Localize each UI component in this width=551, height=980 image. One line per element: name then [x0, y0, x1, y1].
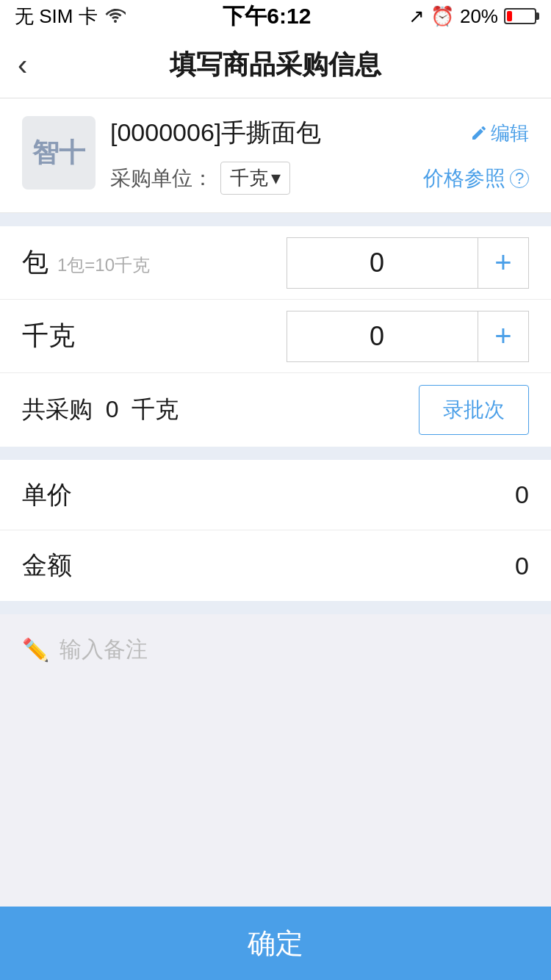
- status-left: 无 SIM 卡: [15, 4, 126, 29]
- input-section: 包 1包=10千克 + 千克 +: [0, 226, 551, 373]
- status-time: 下午6:12: [223, 1, 311, 32]
- kg-label-group: 千克: [22, 318, 287, 354]
- confirm-button[interactable]: 确定: [0, 907, 551, 980]
- page-title: 填写商品采购信息: [170, 47, 381, 83]
- unit-select[interactable]: 千克 ▾: [220, 162, 290, 195]
- bag-label: 包: [22, 245, 48, 281]
- unit-row: 采购单位： 千克 ▾ 价格参照 ?: [110, 162, 529, 195]
- pencil-icon: ✏️: [22, 637, 49, 663]
- section-divider-3: [0, 601, 551, 614]
- kg-label: 千克: [22, 318, 75, 354]
- kg-quantity-input[interactable]: [287, 311, 478, 362]
- price-section: 单价 0 金额 0: [0, 460, 551, 601]
- product-name-row: [0000006]手撕面包 编辑: [110, 116, 529, 150]
- product-name: [0000006]手撕面包: [110, 116, 321, 150]
- bag-quantity-input[interactable]: [287, 237, 478, 289]
- alarm-icon: ⏰: [431, 5, 454, 28]
- status-bar: 无 SIM 卡 下午6:12 ↗ ⏰ 20%: [0, 0, 551, 32]
- battery-percent: 20%: [460, 5, 498, 28]
- total-row: 共采购 0 千克 录批次: [0, 373, 551, 447]
- bag-plus-button[interactable]: +: [478, 237, 529, 289]
- wifi-icon: [105, 5, 126, 28]
- unit-prefix-label: 采购单位：: [110, 165, 213, 192]
- product-info: [0000006]手撕面包 编辑 采购单位： 千克 ▾ 价格参照 ?: [110, 116, 529, 195]
- nav-bar: ‹ 填写商品采购信息: [0, 32, 551, 98]
- chevron-down-icon: ▾: [271, 167, 281, 190]
- confirm-button-label: 确定: [248, 925, 303, 962]
- product-image: 智十: [22, 116, 96, 190]
- content-filler: [0, 685, 551, 935]
- section-divider-2: [0, 447, 551, 460]
- total-text: 共采购 0 千克: [22, 394, 179, 426]
- unit-price-row: 单价 0: [0, 460, 551, 530]
- carrier-label: 无 SIM 卡: [15, 4, 98, 29]
- kg-plus-button[interactable]: +: [478, 311, 529, 362]
- unit-value: 千克: [230, 165, 268, 191]
- remark-placeholder: 输入备注: [60, 635, 148, 665]
- price-ref-button[interactable]: 价格参照 ?: [423, 165, 529, 192]
- amount-value: 0: [515, 552, 529, 580]
- status-right: ↗ ⏰ 20%: [408, 5, 536, 28]
- batch-button[interactable]: 录批次: [419, 385, 529, 435]
- edit-button[interactable]: 编辑: [470, 120, 529, 146]
- bag-label-group: 包 1包=10千克: [22, 245, 287, 281]
- kg-input-row: 千克 +: [0, 300, 551, 373]
- bag-input-control: +: [287, 237, 529, 289]
- product-card: 智十 [0000006]手撕面包 编辑 采购单位： 千克 ▾ 价格参照 ?: [0, 98, 551, 213]
- kg-input-control: +: [287, 311, 529, 362]
- total-amount: 0: [106, 396, 119, 422]
- help-icon[interactable]: ?: [510, 169, 529, 188]
- back-button[interactable]: ‹: [18, 48, 27, 82]
- bag-input-row: 包 1包=10千克 +: [0, 226, 551, 300]
- battery-icon: [504, 8, 536, 24]
- unit-price-label: 单价: [22, 478, 72, 512]
- product-logo: 智十: [32, 135, 85, 171]
- section-divider-1: [0, 213, 551, 226]
- bag-sub-label: 1包=10千克: [57, 253, 150, 277]
- amount-label: 金额: [22, 549, 72, 583]
- unit-price-value: 0: [515, 480, 529, 509]
- location-icon: ↗: [408, 5, 425, 28]
- amount-row: 金额 0: [0, 530, 551, 601]
- remark-section[interactable]: ✏️ 输入备注: [0, 614, 551, 685]
- total-section: 共采购 0 千克 录批次: [0, 373, 551, 447]
